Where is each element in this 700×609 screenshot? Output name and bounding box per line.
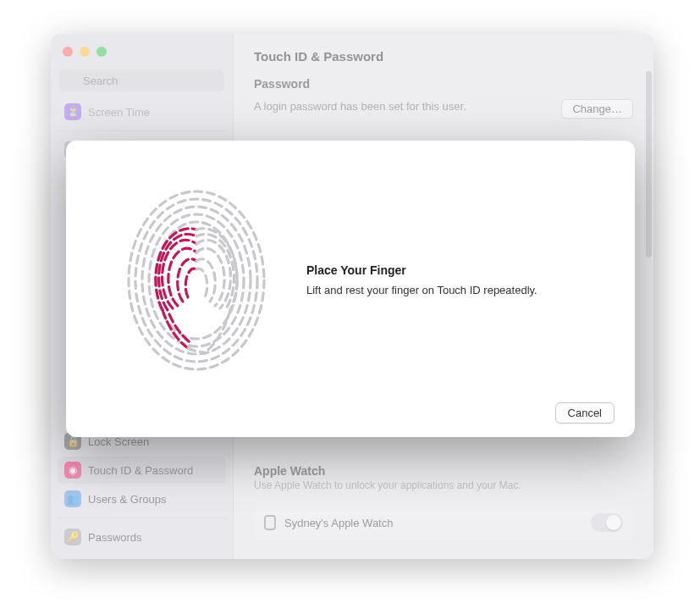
sidebar-item-screen-time[interactable]: ⏳ Screen Time (58, 98, 226, 125)
window-controls (51, 34, 233, 69)
password-row: A login password has been set for this u… (254, 99, 633, 119)
close-window-button[interactable] (63, 47, 73, 57)
scrollbar[interactable] (646, 71, 652, 257)
change-password-button[interactable]: Change… (561, 99, 633, 119)
fingerprint-illustration (112, 179, 281, 382)
hourglass-icon: ⏳ (64, 103, 81, 120)
key-icon: 🔑 (64, 529, 81, 545)
sidebar-item-touch-id[interactable]: ◉ Touch ID & Password (58, 457, 226, 484)
svg-point-3 (135, 199, 257, 362)
minimize-window-button[interactable] (80, 47, 90, 57)
apple-watch-section: Apple Watch Use Apple Watch to unlock yo… (254, 464, 633, 540)
modal-instruction: Lift and rest your finger on Touch ID re… (306, 284, 537, 296)
sidebar-item-label: Touch ID & Password (88, 464, 193, 477)
password-section-title: Password (254, 77, 633, 91)
sidebar-divider (58, 518, 226, 518)
sidebar-item-users-groups[interactable]: 👥 Users & Groups (58, 485, 226, 512)
sidebar-item-label: Screen Time (88, 106, 150, 119)
sidebar-divider (58, 130, 226, 131)
touch-id-enroll-dialog: Place Your Finger Lift and rest your fin… (66, 141, 635, 437)
apple-watch-description: Use Apple Watch to unlock your applicati… (254, 479, 633, 491)
apple-watch-device-row: Sydney's Apple Watch (254, 505, 633, 540)
apple-watch-device-name: Sydney's Apple Watch (284, 517, 393, 529)
search-input[interactable] (59, 69, 224, 91)
watch-icon (264, 515, 276, 530)
sidebar-item-label: Passwords (88, 531, 142, 544)
cancel-button[interactable]: Cancel (555, 402, 615, 424)
fingerprint-icon: ◉ (64, 462, 81, 479)
modal-title: Place Your Finger (306, 263, 537, 277)
sidebar-item-passwords[interactable]: 🔑 Passwords (58, 523, 226, 551)
password-description: A login password has been set for this u… (254, 100, 466, 113)
users-icon: 👥 (64, 490, 81, 507)
apple-watch-toggle[interactable] (591, 513, 623, 532)
sidebar-item-label: Users & Groups (88, 493, 166, 506)
maximize-window-button[interactable] (96, 47, 107, 57)
page-title: Touch ID & Password (254, 49, 633, 77)
apple-watch-title: Apple Watch (254, 464, 633, 478)
